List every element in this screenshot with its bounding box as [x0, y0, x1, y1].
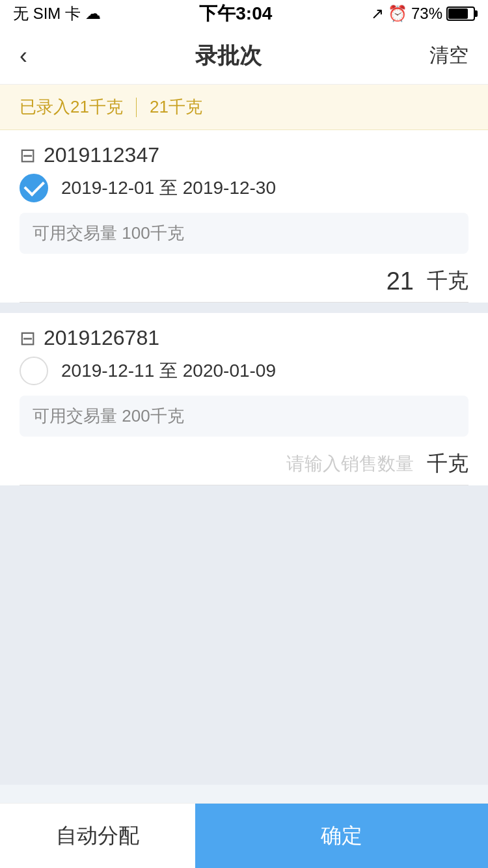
confirm-button[interactable]: 确定: [195, 804, 488, 868]
recorded-label: 已录入21千克: [20, 96, 123, 118]
batch-list: ⊟ 2019112347 2019-12-01 至 2019-12-30 可用交…: [0, 130, 488, 485]
clear-button[interactable]: 清空: [429, 42, 468, 69]
bottom-actions: 自动分配 确定: [0, 803, 488, 868]
sim-label: 无 SIM 卡 ☁: [13, 3, 101, 24]
radio-2[interactable]: [20, 357, 48, 385]
quantity-value-1[interactable]: 21: [336, 267, 414, 295]
page-title: 录批次: [195, 41, 262, 71]
battery-percent: 73%: [411, 5, 442, 23]
batch-header-2: ⊟ 2019126781: [20, 326, 468, 350]
batch-item-2: ⊟ 2019126781 2019-12-11 至 2020-01-09 可用交…: [0, 313, 488, 485]
nav-bar: ‹ 录批次 清空: [0, 27, 488, 85]
radio-1[interactable]: [20, 174, 48, 202]
batch-date-1: 2019-12-01 至 2019-12-30: [61, 176, 276, 200]
back-button[interactable]: ‹: [20, 42, 27, 70]
battery-icon: [446, 7, 475, 21]
status-left: 无 SIM 卡 ☁: [13, 3, 101, 24]
batch-quantity-row-1: 21 千克: [20, 254, 468, 302]
recorded-value: 21千克: [150, 96, 202, 118]
batch-date-row-2: 2019-12-11 至 2020-01-09: [20, 357, 468, 385]
batch-date-2: 2019-12-11 至 2020-01-09: [61, 359, 276, 383]
batch-doc-icon-2: ⊟: [20, 327, 36, 349]
batch-availability-1: 可用交易量 100千克: [20, 213, 468, 254]
section-divider: [0, 303, 488, 313]
batch-quantity-row-2: 请输入销售数量 千克: [20, 437, 468, 485]
batch-date-row-1: 2019-12-01 至 2019-12-30: [20, 174, 468, 202]
auto-distribute-button[interactable]: 自动分配: [0, 804, 195, 868]
batch-id-2: 2019126781: [44, 326, 159, 350]
empty-area: [0, 485, 488, 785]
location-icon: ↗: [371, 5, 384, 23]
batch-item-1: ⊟ 2019112347 2019-12-01 至 2019-12-30 可用交…: [0, 130, 488, 303]
alarm-icon: ⏰: [388, 5, 407, 23]
batch-doc-icon-1: ⊟: [20, 144, 36, 167]
info-banner: 已录入21千克 21千克: [0, 85, 488, 130]
info-divider: [136, 98, 137, 117]
quantity-placeholder-2: 请输入销售数量: [286, 452, 414, 476]
quantity-unit-2: 千克: [427, 450, 468, 478]
batch-availability-2: 可用交易量 200千克: [20, 396, 468, 437]
quantity-unit-1: 千克: [427, 267, 468, 295]
status-time: 下午3:04: [199, 1, 272, 26]
batch-id-1: 2019112347: [44, 143, 159, 167]
batch-header-1: ⊟ 2019112347: [20, 143, 468, 167]
status-right: ↗ ⏰ 73%: [371, 5, 475, 23]
status-bar: 无 SIM 卡 ☁ 下午3:04 ↗ ⏰ 73%: [0, 0, 488, 27]
